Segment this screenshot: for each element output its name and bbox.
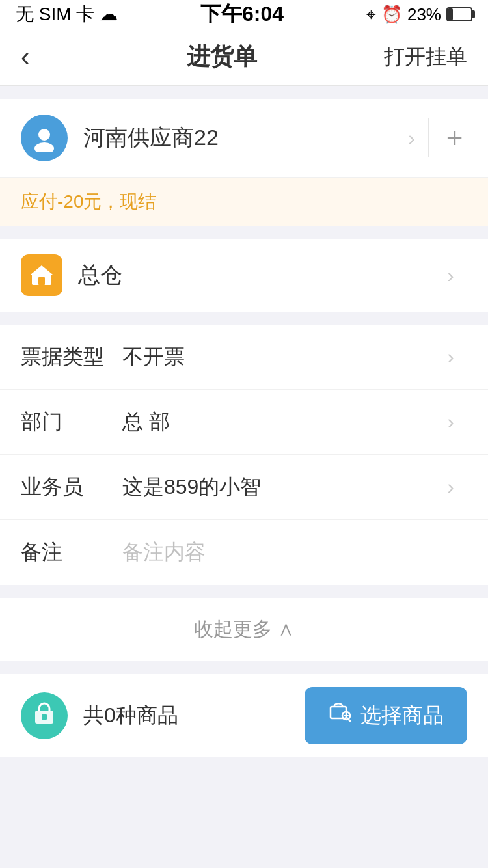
- salesperson-label: 业务员: [21, 473, 112, 502]
- notice-bar: 应付-20元，现结: [0, 178, 488, 226]
- product-count-text: 共0种商品: [83, 701, 289, 730]
- signal-text: 无 SIM 卡 ☁: [16, 2, 118, 27]
- invoice-type-chevron-icon: ›: [447, 345, 454, 369]
- svg-marker-3: [31, 265, 53, 275]
- supplier-name: 河南供应商22: [83, 123, 408, 153]
- select-product-icon: [328, 701, 351, 730]
- select-product-button[interactable]: 选择商品: [305, 687, 467, 744]
- product-bar: 共0种商品 选择商品: [0, 674, 488, 757]
- open-pending-button[interactable]: 打开挂单: [384, 43, 467, 72]
- invoice-type-value: 不开票: [112, 343, 447, 372]
- supplier-section: 河南供应商22 › + 应付-20元，现结: [0, 99, 488, 226]
- form-section: 票据类型 不开票 › 部门 总 部 › 业务员 这是859的小智 › 备注 备注…: [0, 325, 488, 585]
- warehouse-icon: [21, 254, 62, 296]
- salesperson-chevron-icon: ›: [447, 475, 454, 499]
- svg-point-0: [38, 129, 50, 141]
- battery-icon: [446, 7, 472, 21]
- add-supplier-button[interactable]: +: [428, 118, 467, 157]
- location-icon: ⌖: [366, 5, 376, 25]
- remark-input[interactable]: 备注内容: [112, 538, 467, 567]
- collapse-row[interactable]: 收起更多 ∧: [0, 598, 488, 661]
- warehouse-name: 总仓: [78, 260, 447, 290]
- status-bar: 无 SIM 卡 ☁ 下午6:04 ⌖ ⏰ 23%: [0, 0, 488, 29]
- select-product-label: 选择商品: [360, 701, 444, 730]
- invoice-type-label: 票据类型: [21, 343, 112, 372]
- supplier-row[interactable]: 河南供应商22 › +: [0, 99, 488, 178]
- status-time: 下午6:04: [200, 0, 284, 29]
- back-button[interactable]: ‹: [21, 42, 60, 72]
- salesperson-row[interactable]: 业务员 这是859的小智 ›: [0, 455, 488, 520]
- salesperson-value: 这是859的小智: [112, 473, 447, 502]
- supplier-avatar: [21, 115, 68, 161]
- warehouse-chevron-icon: ›: [447, 264, 454, 288]
- svg-rect-4: [38, 277, 45, 285]
- department-label: 部门: [21, 408, 112, 437]
- invoice-type-row[interactable]: 票据类型 不开票 ›: [0, 325, 488, 390]
- product-count-icon: [21, 692, 68, 739]
- main-background: [0, 757, 488, 868]
- remark-label: 备注: [21, 538, 112, 567]
- collapse-text: 收起更多 ∧: [194, 616, 293, 643]
- department-row[interactable]: 部门 总 部 ›: [0, 390, 488, 455]
- svg-point-1: [34, 142, 54, 152]
- alarm-icon: ⏰: [381, 5, 402, 25]
- supplier-chevron-icon: ›: [408, 126, 415, 150]
- department-chevron-icon: ›: [447, 410, 454, 434]
- page-title: 进货单: [187, 41, 257, 73]
- svg-rect-6: [42, 714, 47, 720]
- warehouse-row[interactable]: 总仓 ›: [0, 239, 488, 312]
- battery-text: 23%: [407, 5, 441, 25]
- nav-bar: ‹ 进货单 打开挂单: [0, 29, 488, 86]
- status-left: 无 SIM 卡 ☁: [16, 2, 118, 27]
- section-gap-1: [0, 86, 488, 99]
- department-value: 总 部: [112, 408, 447, 437]
- status-right: ⌖ ⏰ 23%: [366, 5, 472, 25]
- remark-row[interactable]: 备注 备注内容: [0, 520, 488, 585]
- warehouse-section: 总仓 ›: [0, 239, 488, 312]
